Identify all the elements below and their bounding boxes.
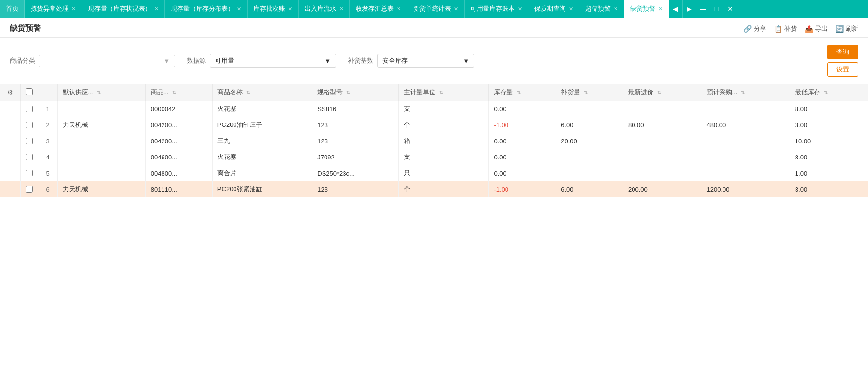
tab-next-button[interactable]: ▶	[683, 0, 696, 18]
unit-sort-icon: ⇅	[439, 90, 443, 95]
filter-actions: 查询 设置	[827, 45, 858, 77]
row-latest-price	[623, 149, 702, 165]
reorder-select[interactable]: 安全库存 ▼	[377, 54, 474, 68]
row-select-checkbox[interactable]	[26, 170, 33, 176]
row-product-code: 004600...	[145, 149, 212, 165]
product-code-sort-icon: ⇅	[172, 90, 176, 95]
tab-close-shortage[interactable]: ✕	[658, 6, 663, 12]
window-maximize-button[interactable]: □	[710, 0, 723, 18]
category-select[interactable]: ▼	[39, 55, 175, 67]
tab-close-inout-flow[interactable]: ✕	[339, 6, 344, 12]
tab-inout-flow[interactable]: 出入库流水 ✕	[299, 0, 350, 18]
shortage-table: ⚙ 默认供应... ⇅ 商品... ⇅ 商品名称	[0, 84, 868, 197]
refresh-action[interactable]: 🔄 刷新	[835, 24, 858, 33]
tab-exception[interactable]: 拣货异常处理 ✕	[25, 0, 82, 18]
settings-button[interactable]: 设置	[827, 62, 858, 77]
row-select-checkbox[interactable]	[26, 186, 33, 193]
table-row: 2 力天机械 004200... PC200油缸庄子 123 个 -1.00 6…	[0, 117, 868, 133]
row-checkbox-cell[interactable]	[20, 165, 38, 181]
tab-close-batch-account[interactable]: ✕	[288, 6, 292, 12]
col-supplier-header[interactable]: 默认供应... ⇅	[57, 84, 145, 101]
col-latest-price-label: 最新进价	[628, 88, 653, 96]
row-settings-cell[interactable]	[0, 149, 20, 165]
tab-close-inventory-dist[interactable]: ✕	[237, 6, 241, 12]
tab-batch-account[interactable]: 库存批次账 ✕	[248, 0, 299, 18]
col-estimated-purchase-header[interactable]: 预计采购... ⇅	[702, 84, 790, 101]
row-product-code: 004800...	[145, 165, 212, 181]
col-product-code-header[interactable]: 商品... ⇅	[145, 84, 212, 101]
page-title: 缺货预警	[10, 23, 41, 34]
share-action[interactable]: 🔗 分享	[743, 24, 766, 33]
row-settings-cell[interactable]	[0, 181, 20, 197]
row-stock: -1.00	[489, 181, 556, 197]
row-spec: 123	[312, 181, 399, 197]
row-settings-cell[interactable]	[0, 101, 20, 117]
row-product-name: PC200张紧油缸	[212, 181, 312, 197]
select-all-checkbox[interactable]	[26, 88, 33, 95]
col-min-stock-label: 最低库存	[795, 88, 820, 96]
row-settings-cell[interactable]	[0, 133, 20, 149]
tab-close-demand-stat[interactable]: ✕	[454, 6, 458, 12]
row-product-code: 004200...	[145, 117, 212, 133]
col-min-stock-header[interactable]: 最低库存 ⇅	[790, 84, 868, 101]
row-reorder-qty	[556, 149, 623, 165]
col-unit-header[interactable]: 主计量单位 ⇅	[399, 84, 489, 101]
row-product-name: 离合片	[212, 165, 312, 181]
col-checkbox-header[interactable]	[20, 84, 38, 101]
row-settings-cell[interactable]	[0, 165, 20, 181]
col-stock-header[interactable]: 库存量 ⇅	[489, 84, 556, 101]
row-min-stock: 1.00	[790, 165, 868, 181]
row-supplier: 力天机械	[57, 181, 145, 197]
reorder-action[interactable]: 📋 补货	[774, 24, 797, 33]
row-checkbox-cell[interactable]	[20, 117, 38, 133]
row-settings-cell[interactable]	[0, 117, 20, 133]
category-arrow-icon: ▼	[163, 57, 170, 65]
col-product-name-header[interactable]: 商品名称 ⇅	[212, 84, 312, 101]
tab-overstock[interactable]: 超储预警 ✕	[579, 0, 624, 18]
tab-close-expiry-query[interactable]: ✕	[569, 6, 573, 12]
window-minimize-button[interactable]: —	[696, 0, 710, 18]
col-settings-header[interactable]: ⚙	[0, 84, 20, 101]
row-supplier	[57, 133, 145, 149]
datasource-select[interactable]: 可用量 ▼	[210, 54, 336, 68]
min-stock-sort-icon: ⇅	[824, 90, 828, 95]
row-select-checkbox[interactable]	[26, 138, 33, 144]
tab-home[interactable]: 首页	[0, 0, 25, 18]
tab-close-inventory-status[interactable]: ✕	[154, 6, 159, 12]
row-reorder-qty: 20.00	[556, 133, 623, 149]
tab-bar: 首页 拣货异常处理 ✕ 现存量（库存状况表） ✕ 现存量（库存分布表） ✕ 库存…	[0, 0, 868, 18]
tab-shortage[interactable]: 缺货预警 ✕	[624, 0, 669, 18]
row-select-checkbox[interactable]	[26, 122, 33, 128]
window-close-button[interactable]: ✕	[723, 0, 737, 18]
estimated-purchase-sort-icon: ⇅	[741, 90, 745, 95]
tab-close-receive-summary[interactable]: ✕	[397, 6, 401, 12]
row-select-checkbox[interactable]	[26, 106, 33, 112]
datasource-value: 可用量	[215, 56, 234, 65]
tab-close-overstock[interactable]: ✕	[614, 6, 618, 12]
row-select-checkbox[interactable]	[26, 154, 33, 160]
row-estimated-purchase	[702, 165, 790, 181]
col-latest-price-header[interactable]: 最新进价 ⇅	[623, 84, 702, 101]
tab-prev-button[interactable]: ◀	[669, 0, 683, 18]
row-latest-price: 80.00	[623, 117, 702, 133]
row-reorder-qty: 6.00	[556, 117, 623, 133]
tab-inventory-dist[interactable]: 现存量（库存分布表） ✕	[165, 0, 248, 18]
row-checkbox-cell[interactable]	[20, 133, 38, 149]
tab-receive-summary[interactable]: 收发存汇总表 ✕	[350, 0, 407, 18]
tab-inventory-status[interactable]: 现存量（库存状况表） ✕	[82, 0, 165, 18]
row-stock: 0.00	[489, 133, 556, 149]
tab-available-ledger[interactable]: 可用量库存账本 ✕	[465, 0, 528, 18]
query-button[interactable]: 查询	[827, 45, 858, 59]
col-spec-header[interactable]: 规格型号 ⇅	[312, 84, 399, 101]
row-estimated-purchase: 1200.00	[702, 181, 790, 197]
export-action[interactable]: 📤 导出	[805, 24, 828, 33]
tab-close-available-ledger[interactable]: ✕	[518, 6, 522, 12]
tab-expiry-query[interactable]: 保质期查询 ✕	[528, 0, 579, 18]
row-checkbox-cell[interactable]	[20, 149, 38, 165]
row-checkbox-cell[interactable]	[20, 101, 38, 117]
row-checkbox-cell[interactable]	[20, 181, 38, 197]
col-reorder-qty-header[interactable]: 补货量 ⇅	[556, 84, 623, 101]
row-number: 2	[38, 117, 57, 133]
tab-close-exception[interactable]: ✕	[72, 6, 76, 12]
tab-demand-stat[interactable]: 要货单统计表 ✕	[407, 0, 465, 18]
